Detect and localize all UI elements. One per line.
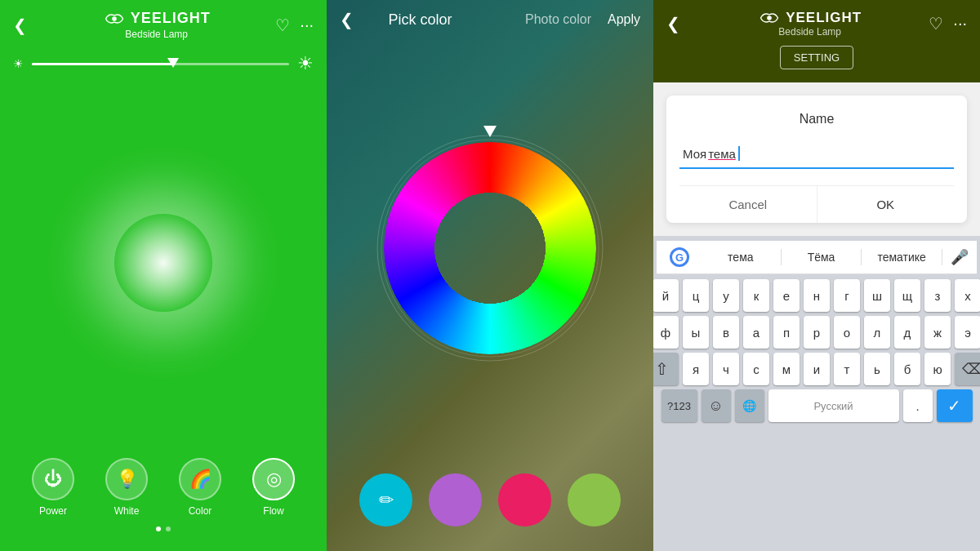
panel2-color-picker: ❮ Pick color Photo color Apply	[327, 0, 653, 551]
apply-button[interactable]: Apply	[608, 12, 640, 27]
panel3-more-icon[interactable]: ···	[953, 14, 967, 33]
brightness-fill	[32, 63, 173, 65]
panel1-brand-name: YEELIGHT	[131, 10, 211, 27]
panel1-header: ❮ YEELIGHT Bedside Lamp ♡ ···	[0, 0, 327, 47]
panel3-logo: YEELIGHT Bedside Lamp	[758, 10, 862, 38]
color-presets-row: ✏	[327, 460, 653, 551]
keyboard-row-3: ⇧ я ч с м и т ь б ю ⌫	[660, 353, 973, 385]
key-в[interactable]: в	[713, 316, 739, 349]
key-у[interactable]: у	[713, 279, 739, 312]
key-ж[interactable]: ж	[924, 316, 951, 349]
color-wheel[interactable]	[376, 134, 604, 362]
key-е[interactable]: е	[773, 279, 800, 312]
key-и[interactable]: и	[804, 353, 830, 385]
lang-key[interactable]: 🌐	[735, 389, 764, 422]
edit-icon: ✏	[379, 490, 394, 511]
name-dialog: Name Моя тема Cancel OK	[666, 96, 967, 223]
keyboard-row-2: ф ы в а п р о л д ж э	[660, 316, 973, 349]
panel1-back-button[interactable]: ❮	[13, 16, 38, 35]
svg-point-0	[112, 16, 117, 21]
color-preset-lime[interactable]	[568, 473, 621, 527]
key-с[interactable]: с	[743, 353, 769, 385]
key-к[interactable]: к	[743, 279, 769, 312]
power-button[interactable]: ⏻ Power	[32, 458, 74, 517]
dialog-input-field[interactable]: Моя тема	[679, 140, 954, 169]
emoji-key[interactable]: ☺	[702, 389, 731, 422]
panel1-lamp-control: ❮ YEELIGHT Bedside Lamp ♡ ··· ☀ ☀	[0, 0, 327, 551]
cancel-button[interactable]: Cancel	[679, 186, 817, 223]
color-preset-purple[interactable]	[429, 473, 482, 527]
dialog-title: Name	[679, 112, 954, 127]
key-ш[interactable]: ш	[864, 279, 890, 312]
text-cursor	[738, 146, 740, 161]
key-а[interactable]: а	[743, 316, 769, 349]
color-wheel-svg[interactable]	[376, 134, 604, 362]
key-ч[interactable]: ч	[713, 353, 739, 385]
yeelight-brand-icon	[103, 11, 126, 27]
suggestion-1[interactable]: тема	[701, 249, 782, 265]
color-preset-edit[interactable]: ✏	[359, 473, 412, 527]
key-я[interactable]: я	[683, 353, 709, 385]
key-н[interactable]: н	[804, 279, 830, 312]
dialog-buttons: Cancel OK	[679, 185, 954, 223]
panel1-logo: YEELIGHT Bedside Lamp	[103, 10, 211, 40]
setting-button[interactable]: SETTING	[780, 46, 853, 69]
panel3-header: ❮ YEELIGHT Bedside Lamp ♡ ···	[666, 10, 967, 38]
key-п[interactable]: п	[773, 316, 800, 349]
panel1-logo-mark: YEELIGHT	[103, 10, 211, 27]
svg-point-4	[767, 16, 772, 20]
key-ю[interactable]: ю	[924, 353, 951, 385]
white-button[interactable]: 💡 White	[105, 458, 148, 517]
google-g-logo: G	[670, 247, 689, 267]
period-key[interactable]: .	[903, 389, 933, 422]
lamp-display	[0, 81, 327, 445]
key-б[interactable]: б	[894, 353, 920, 385]
suggestion-2[interactable]: Тёма	[782, 249, 862, 265]
key-ы[interactable]: ы	[683, 316, 709, 349]
key-щ[interactable]: щ	[894, 279, 920, 312]
num-key[interactable]: ?123	[662, 389, 697, 422]
suggestions-row: G тема Тёма тематике 🎤	[657, 241, 977, 274]
color-btn-circle: 🌈	[179, 458, 221, 500]
dot-2	[166, 527, 171, 531]
key-э[interactable]: э	[955, 316, 980, 349]
space-key[interactable]: Русский	[768, 389, 899, 422]
key-й[interactable]: й	[653, 279, 679, 312]
panel3-logo-mark: YEELIGHT	[758, 10, 862, 26]
panel2-back-button[interactable]: ❮	[340, 10, 364, 29]
panel3-device-name: Bedside Lamp	[778, 26, 841, 38]
brightness-slider[interactable]	[32, 63, 289, 65]
panel3-header-icons: ♡ ···	[929, 14, 967, 33]
flow-icon: ◎	[266, 469, 282, 490]
photo-color-tab[interactable]: Photo color	[525, 12, 591, 27]
key-г[interactable]: г	[834, 279, 860, 312]
key-з[interactable]: з	[924, 279, 951, 312]
key-х[interactable]: х	[955, 279, 980, 312]
backspace-key[interactable]: ⌫	[955, 353, 980, 385]
color-wheel-indicator	[483, 126, 497, 137]
key-л[interactable]: л	[864, 316, 890, 349]
key-ц[interactable]: ц	[683, 279, 709, 312]
color-button[interactable]: 🌈 Color	[179, 458, 221, 517]
enter-key[interactable]: ✓	[937, 389, 973, 422]
key-т[interactable]: т	[834, 353, 860, 385]
key-р[interactable]: р	[804, 316, 830, 349]
panel3-back-button[interactable]: ❮	[666, 14, 691, 33]
key-м[interactable]: м	[773, 353, 800, 385]
color-preset-pink[interactable]	[498, 473, 551, 527]
google-suggestion-icon: G	[665, 247, 694, 267]
white-label: White	[114, 505, 140, 517]
key-ь[interactable]: ь	[864, 353, 890, 385]
shift-key[interactable]: ⇧	[653, 353, 679, 385]
key-ф[interactable]: ф	[653, 316, 679, 349]
panel3-heart-icon[interactable]: ♡	[929, 14, 943, 33]
suggestion-3[interactable]: тематике	[862, 249, 942, 265]
flow-button[interactable]: ◎ Flow	[252, 458, 295, 517]
panel1-more-icon[interactable]: ···	[300, 16, 314, 35]
ok-button[interactable]: OK	[817, 186, 955, 223]
panel1-heart-icon[interactable]: ♡	[275, 16, 290, 35]
mic-icon[interactable]: 🎤	[942, 248, 969, 266]
flow-label: Flow	[263, 505, 283, 517]
key-о[interactable]: о	[834, 316, 860, 349]
key-д[interactable]: д	[894, 316, 920, 349]
